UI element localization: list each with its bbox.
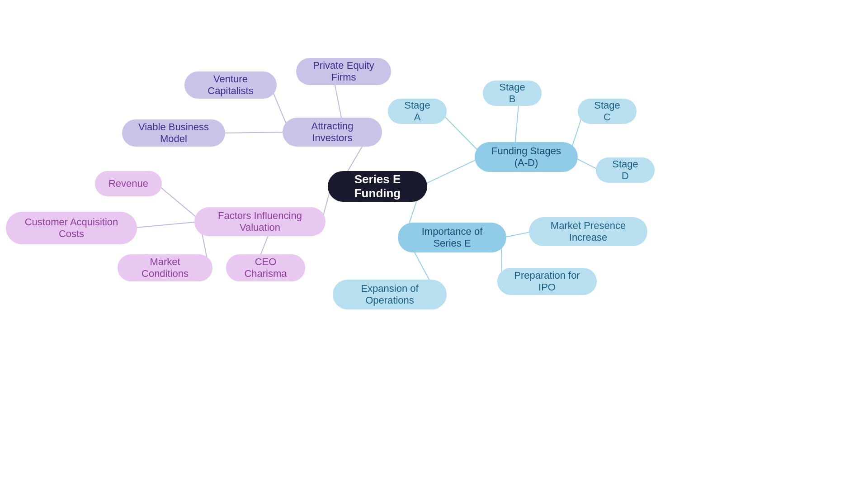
svg-line-2 (335, 85, 341, 118)
svg-line-6 (137, 222, 194, 228)
svg-line-10 (444, 116, 479, 151)
node-customer-acquisition[interactable]: Customer Acquisition Costs (6, 212, 137, 244)
node-importance-series-e[interactable]: Importance of Series E (398, 223, 506, 252)
node-revenue[interactable]: Revenue (95, 171, 162, 196)
node-viable-business-model[interactable]: Viable Business Model (122, 119, 225, 147)
node-market-conditions[interactable]: Market Conditions (118, 254, 212, 281)
node-ceo-charisma[interactable]: CEO Charisma (226, 254, 305, 281)
node-stage-c[interactable]: Stage C (578, 99, 637, 124)
svg-line-5 (160, 187, 197, 218)
node-stage-b[interactable]: Stage B (483, 81, 542, 106)
svg-line-15 (506, 232, 529, 237)
svg-line-4 (323, 191, 330, 218)
svg-line-0 (346, 143, 364, 175)
node-preparation-ipo[interactable]: Preparation for IPO (497, 268, 597, 295)
node-market-presence[interactable]: Market Presence Increase (529, 217, 647, 246)
node-venture-capitalists[interactable]: Venture Capitalists (184, 71, 277, 99)
svg-line-12 (571, 118, 581, 150)
svg-line-13 (577, 159, 596, 168)
center-node[interactable]: Series E Funding (328, 171, 427, 202)
svg-line-3 (225, 132, 283, 133)
node-private-equity-firms[interactable]: Private Equity Firms (296, 58, 391, 85)
svg-line-11 (515, 105, 519, 142)
svg-line-17 (412, 247, 432, 284)
svg-line-9 (426, 160, 476, 183)
node-factors-influencing[interactable]: Factors Influencing Valuation (194, 207, 326, 236)
node-attracting-investors[interactable]: Attracting Investors (283, 118, 382, 147)
svg-line-8 (261, 236, 268, 254)
node-stage-d[interactable]: Stage D (596, 157, 655, 183)
node-funding-stages[interactable]: Funding Stages (A-D) (475, 142, 578, 172)
node-expansion-operations[interactable]: Expansion of Operations (333, 280, 447, 309)
node-stage-a[interactable]: Stage A (388, 99, 447, 124)
svg-line-1 (273, 91, 288, 126)
